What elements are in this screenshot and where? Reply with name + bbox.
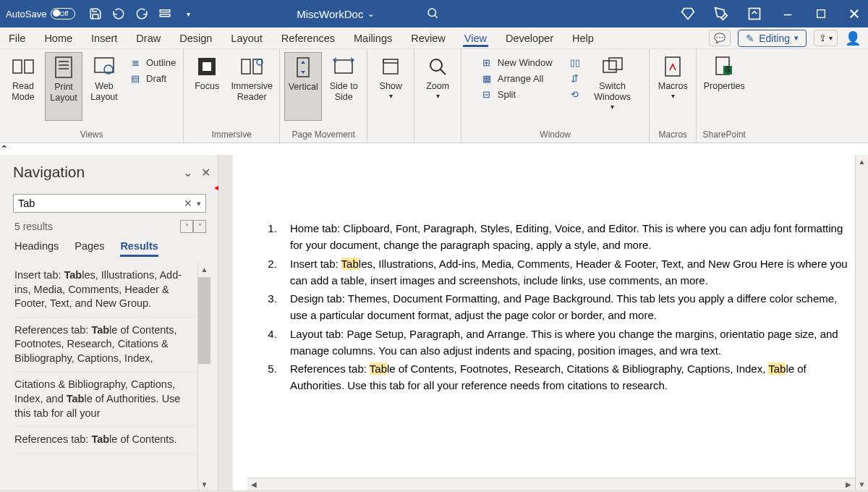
share-icon: ⇪ [819,33,827,43]
clear-search-icon[interactable]: ✕ [184,198,192,209]
editing-mode-button[interactable]: ✎ Editing ▾ [738,30,807,47]
tab-draw[interactable]: Draw [135,30,162,47]
read-mode-button[interactable]: Read Mode [4,52,42,121]
nav-result-item[interactable]: References tab: Table of Contents. [13,427,197,454]
diamond-icon[interactable] [680,6,696,22]
nav-tabs: Headings Pages Results [13,240,210,263]
close-icon[interactable] [846,6,862,22]
scroll-right-icon[interactable]: ▶ [842,478,855,491]
draft-button[interactable]: ▤Draft [126,71,179,85]
outline-button[interactable]: ≣Outline [126,55,179,69]
document-page[interactable]: Home tab: Clipboard, Font, Paragraph, St… [233,155,855,478]
nav-dropdown-icon[interactable]: ⌄ [183,166,192,179]
svg-line-24 [441,69,446,75]
nav-search-box[interactable]: ✕ ▾ [13,194,206,213]
ribbon-group-views: Read Mode Print Layout Web Layout ≣Outli… [0,49,184,143]
search-button[interactable] [425,6,440,22]
switch-windows-button[interactable]: Switch Windows ▾ [587,52,638,121]
show-button[interactable]: Show ▾ [372,52,409,121]
tab-references[interactable]: References [280,30,336,47]
undo-icon[interactable] [111,7,126,21]
maximize-icon[interactable] [813,6,829,22]
scroll-down-icon[interactable]: ▼ [856,478,868,491]
share-button[interactable]: ⇪▾ [814,30,838,46]
nav-scrollbar[interactable]: ▲ ▼ [197,263,210,491]
web-layout-button[interactable]: Web Layout [85,52,123,121]
reset-window-button[interactable]: ⟲ [566,87,584,101]
tab-insert[interactable]: Insert [90,30,119,47]
comment-icon: 💬 [714,33,726,43]
nav-close-icon[interactable]: ✕ [201,166,210,179]
tab-help[interactable]: Help [571,30,595,47]
customize-qat-icon[interactable] [158,7,172,21]
collapse-ribbon-icon[interactable]: ⌃ [0,143,9,155]
group-label-macros: Macros [659,130,687,141]
vertical-button[interactable]: Vertical [284,52,322,121]
tab-mailings[interactable]: Mailings [352,30,393,47]
nav-results-list: Insert tab: Tables, Illustrations, Add-i… [13,263,210,491]
print-layout-button[interactable]: Print Layout [45,52,82,121]
redo-icon[interactable] [135,7,149,21]
scroll-thumb[interactable] [198,277,210,364]
scroll-up-icon[interactable]: ▲ [856,155,868,168]
split-icon: ⊟ [480,88,493,100]
side-to-side-button[interactable]: Side to Side [325,52,362,121]
vertical-scrollbar[interactable]: ▲ ▼ [855,155,868,491]
new-window-button[interactable]: ⊞New Window [477,55,556,69]
view-side-by-side-button[interactable]: ▯▯ [566,55,584,69]
tab-review[interactable]: Review [409,30,447,47]
side-to-side-label: Side to Side [329,81,358,103]
nav-tab-results[interactable]: Results [120,240,158,257]
sync-scrolling-button[interactable]: ⇵ [566,71,584,85]
editing-label: Editing [759,33,790,44]
scroll-down-icon[interactable]: ▼ [198,478,210,491]
properties-label: Properties [704,81,745,92]
tab-developer[interactable]: Developer [504,30,555,47]
account-icon[interactable]: 👤 [845,30,861,46]
zoom-button[interactable]: Zoom ▾ [419,52,456,121]
svg-rect-9 [56,57,72,77]
nav-tab-headings[interactable]: Headings [14,240,59,257]
tab-design[interactable]: Design [178,30,213,47]
immersive-reader-button[interactable]: Immersive Reader [229,52,275,121]
tab-layout[interactable]: Layout [229,30,264,47]
read-mode-label: Read Mode [9,81,38,103]
focus-button[interactable]: Focus [188,52,226,121]
nav-result-item[interactable]: References tab: Table of Contents, Footn… [13,318,197,373]
group-label-sharepoint: SharePoint [703,130,746,141]
scroll-left-icon[interactable]: ◀ [247,478,260,491]
ribbon-display-icon[interactable] [746,6,762,22]
next-result-icon[interactable]: ˅ [193,220,206,233]
save-icon[interactable] [88,7,103,21]
toggle-off-icon[interactable] [51,8,75,20]
document-title[interactable]: MiscWorkDoc ⌄ [297,8,375,20]
nav-result-item[interactable]: Citations & Bibliography, Captions, Inde… [13,372,197,427]
ribbon-group-immersive: Focus Immersive Reader Immersive [184,49,280,143]
macros-icon [661,55,684,78]
tab-view[interactable]: View [463,30,488,47]
properties-button[interactable]: S Properties [701,52,747,121]
nav-result-item[interactable]: Insert tab: Tables, Illustrations, Add-i… [13,263,197,318]
tab-file[interactable]: File [7,30,27,47]
horizontal-scrollbar[interactable]: ◀ ▶ [247,478,855,491]
svg-rect-20 [383,59,398,74]
autosave-toggle[interactable]: AutoSave Off [6,8,68,20]
qat-dropdown-icon[interactable]: ▾ [181,7,195,21]
group-label-page-movement: Page Movement [292,130,355,141]
minimize-icon[interactable] [780,6,796,22]
page-gutter [218,155,233,491]
split-button[interactable]: ⊟Split [477,87,556,101]
comments-button[interactable]: 💬 [709,30,731,46]
nav-tab-pages[interactable]: Pages [75,240,104,257]
macros-button[interactable]: Macros ▾ [654,52,692,121]
previous-result-icon[interactable]: ˄ [180,220,193,233]
scroll-up-icon[interactable]: ▲ [198,263,210,276]
document-area: Home tab: Clipboard, Font, Paragraph, St… [218,155,868,491]
pen-icon[interactable] [713,6,729,22]
tab-home[interactable]: Home [43,30,74,47]
svg-point-2 [428,9,436,17]
autosave-label: AutoSave [6,9,46,20]
search-dropdown-icon[interactable]: ▾ [197,199,201,208]
arrange-all-button[interactable]: ▦Arrange All [477,71,556,85]
nav-search-input[interactable] [18,198,184,209]
